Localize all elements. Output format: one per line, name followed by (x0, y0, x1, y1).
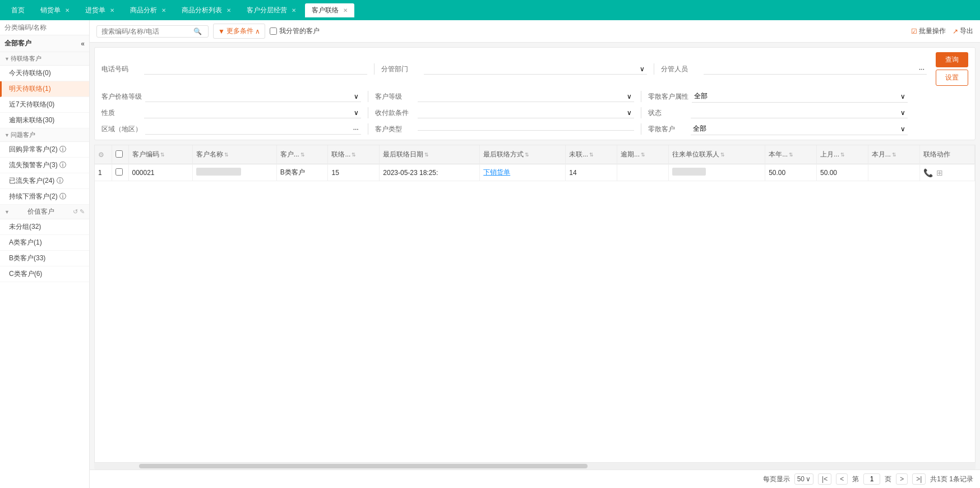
row-unit-contacts (672, 168, 706, 176)
sort-unit-icon[interactable]: ⇅ (720, 152, 725, 158)
filter-status-select[interactable]: ∨ (691, 108, 908, 118)
th-actions: 联络动作 (919, 145, 974, 164)
group-problem-label: 问题客户 (0, 128, 89, 142)
filter-retail-customer-select[interactable]: 全部 ∨ (691, 123, 908, 135)
total-records: 共1页 1条记录 (930, 475, 973, 484)
content-area: 🔍 ▼ 更多条件 ∧ 我分管的客户 ☑ 批量操作 ↗ 导出 (90, 20, 980, 488)
next-page-button[interactable]: > (896, 473, 908, 485)
filter-phone-label: 电话号码 (101, 65, 141, 74)
nav-item-goods-analysis[interactable]: 商品分析 ✕ (123, 3, 173, 17)
last-page-button[interactable]: >| (912, 473, 926, 485)
settings-button[interactable]: 设置 (936, 70, 968, 86)
toolbar: 🔍 ▼ 更多条件 ∧ 我分管的客户 ☑ 批量操作 ↗ 导出 (90, 20, 980, 43)
nav-item-purchase[interactable]: 进货单 ✕ (78, 3, 121, 17)
first-page-button[interactable]: |< (818, 473, 831, 485)
nav-item-goods-analysis-list[interactable]: 商品分析列表 ✕ (175, 3, 238, 17)
row-last-contact-method[interactable]: 下销货单 (483, 168, 510, 176)
search-input-wrap: 🔍 (96, 25, 209, 38)
cell-type: B类客户 (276, 164, 328, 181)
sidebar-item-type-c[interactable]: C类客户(6) (0, 266, 89, 282)
per-page-select[interactable]: 50 ∨ (794, 473, 813, 485)
filter-customer-type-label: 客户类型 (375, 125, 414, 134)
sidebar-item-type-b[interactable]: B类客户(33) (0, 251, 89, 266)
select-all-checkbox[interactable] (115, 150, 123, 158)
search-toolbar-icon[interactable]: 🔍 (193, 27, 202, 35)
sort-type-icon[interactable]: ⇅ (301, 152, 305, 158)
sort-lmonth-icon[interactable]: ⇅ (840, 152, 845, 158)
table-row: 1 000021 B类客户 (95, 164, 975, 181)
close-goods-analysis-icon[interactable]: ✕ (161, 7, 166, 13)
filter-payment-select[interactable]: ∨ (418, 108, 635, 118)
th-not-contacted: 未联... ⇅ (566, 145, 617, 164)
sort-overdue-icon[interactable]: ⇅ (641, 152, 645, 158)
page-input[interactable] (863, 473, 880, 485)
filter-nature-select[interactable]: ∨ (144, 108, 361, 118)
nav-item-customer-tier[interactable]: 客户分层经营 ✕ (240, 3, 303, 17)
close-purchase-icon[interactable]: ✕ (110, 7, 114, 13)
all-customers-label: 全部客户 (4, 39, 31, 48)
collapse-icon[interactable]: « (81, 40, 85, 48)
close-customer-tier-icon[interactable]: ✕ (292, 7, 296, 13)
filter-customer-level-label: 客户等级 (375, 92, 414, 102)
divider-2 (654, 63, 654, 75)
close-customer-contact-icon[interactable]: ✕ (343, 7, 348, 13)
sidebar-search-input[interactable] (4, 24, 89, 31)
scrollbar-thumb[interactable] (139, 464, 588, 468)
sort-year-icon[interactable]: ⇅ (789, 152, 793, 158)
filter-dept-label: 分管部门 (381, 65, 420, 74)
sidebar-item-ungrouped[interactable]: 未分组(32) (0, 219, 89, 235)
filter-price-level-select[interactable]: ∨ (145, 91, 361, 102)
nav-item-customer-contact[interactable]: 客户联络 ✕ (305, 3, 354, 17)
search-input[interactable] (101, 27, 191, 35)
my-customers-checkbox[interactable] (270, 27, 277, 35)
close-goods-list-icon[interactable]: ✕ (226, 7, 231, 13)
prev-page-button[interactable]: < (836, 473, 848, 485)
sidebar-item-overdue[interactable]: 逾期未联络(30) (0, 113, 89, 128)
phone-action-icon[interactable]: 📞 (923, 168, 933, 177)
chevron-ra: ∨ (900, 93, 905, 100)
row-checkbox[interactable] (115, 168, 123, 176)
sort-contacts-icon[interactable]: ⇅ (352, 152, 356, 158)
sort-name-icon[interactable]: ⇅ (224, 152, 229, 158)
sort-date-icon[interactable]: ⇅ (424, 152, 429, 158)
filter-customer-type-select[interactable] (418, 128, 635, 131)
nav-item-home[interactable]: 首页 (4, 3, 31, 17)
th-current-year: 本年... ⇅ (765, 145, 817, 164)
filter-retail-attr-select[interactable]: 全部 ∨ (692, 90, 908, 103)
filter-dept-select[interactable]: ∨ (424, 64, 647, 75)
close-sales-icon[interactable]: ✕ (65, 7, 70, 13)
sidebar-item-week-pending[interactable]: 近7天待联络(0) (0, 97, 89, 113)
value-group-icons[interactable]: ↺ ✎ (73, 208, 85, 215)
settings-gear-icon[interactable]: ⚙ (98, 151, 104, 159)
sort-cmonth-icon[interactable]: ⇅ (892, 152, 896, 158)
filter-nature-label: 性质 (101, 108, 141, 118)
nav-item-sales[interactable]: 销货单 ✕ (34, 3, 76, 17)
batch-op-link[interactable]: ☑ 批量操作 (911, 26, 946, 36)
sort-not-icon[interactable]: ⇅ (589, 152, 594, 158)
row-last-contact-date: 2023-05-23 18:25: (383, 169, 438, 177)
query-button[interactable]: 查询 (936, 52, 968, 67)
grid-action-icon[interactable]: ⊞ (936, 168, 943, 177)
more-filter-button[interactable]: ▼ 更多条件 ∧ (213, 24, 265, 39)
filter-phone-input[interactable] (144, 64, 367, 75)
sort-code-icon[interactable]: ⇅ (160, 152, 165, 158)
export-link[interactable]: ↗ 导出 (953, 26, 973, 36)
row-index: 1 (98, 169, 102, 177)
my-customers-checkbox-label[interactable]: 我分管的客户 (270, 26, 320, 36)
filter-region-input[interactable]: ··· (145, 124, 361, 135)
filter-region-label: 区域（地区） (101, 125, 142, 134)
sidebar-item-declining[interactable]: 持续下滑客户(2) ⓘ (0, 189, 89, 205)
sidebar-item-type-a[interactable]: A类客户(1) (0, 235, 89, 251)
sort-method-icon[interactable]: ⇅ (525, 152, 529, 158)
sidebar-item-churn-warning[interactable]: 流失预警客户(3) ⓘ (0, 158, 89, 173)
table-scrollbar[interactable] (94, 463, 976, 469)
filter-manager-ellipsis: ··· (919, 65, 924, 73)
sidebar-item-today-pending[interactable]: 今天待联络(0) (0, 66, 89, 81)
page-unit: 页 (885, 475, 891, 484)
sidebar-item-churned[interactable]: 已流失客户(24) ⓘ (0, 173, 89, 189)
sidebar-item-abnormal-repurchase[interactable]: 回购异常客户(2) ⓘ (0, 142, 89, 158)
filter-manager-input[interactable]: ··· (704, 64, 927, 75)
sidebar-item-tomorrow-pending[interactable]: 明天待联络(1) (0, 81, 89, 97)
filter-customer-level-select[interactable]: ∨ (418, 91, 635, 102)
filter-manager: 分管人员 ··· (661, 64, 927, 75)
